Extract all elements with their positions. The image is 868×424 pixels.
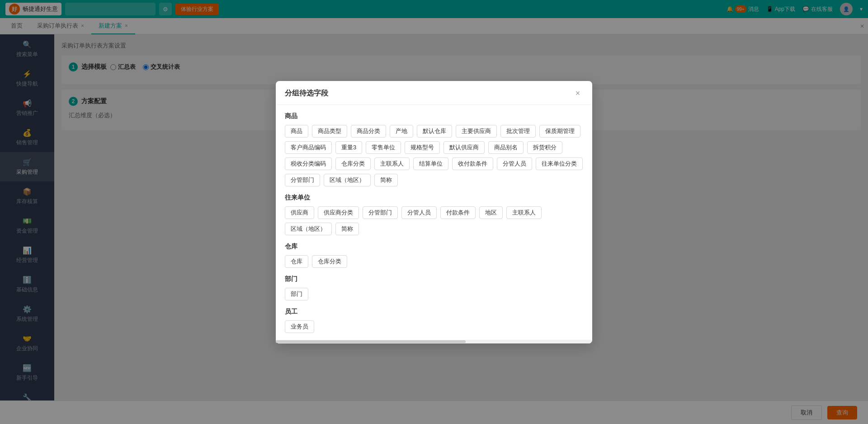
field-tag[interactable]: 付款条件 [440, 206, 476, 219]
field-tag[interactable]: 主联系人 [506, 206, 542, 219]
field-tag[interactable]: 仓库 [285, 255, 308, 268]
modal-close-button[interactable]: × [572, 88, 583, 99]
field-tag[interactable]: 地区 [479, 206, 503, 219]
field-tag[interactable]: 商品别名 [488, 141, 524, 154]
field-tag[interactable]: 简称 [374, 174, 398, 186]
field-tag[interactable]: 重量3 [335, 141, 362, 154]
field-tags-department: 部门 [285, 288, 583, 300]
field-tag[interactable]: 主要供应商 [456, 125, 497, 138]
field-tag[interactable]: 拆货积分 [527, 141, 562, 154]
modal-scroll-track [276, 340, 592, 343]
field-tag[interactable]: 分管部门 [363, 206, 398, 219]
field-tag[interactable]: 批次管理 [500, 125, 536, 138]
field-tag[interactable]: 供应商 [285, 206, 314, 219]
field-tag[interactable]: 区域（地区） [285, 223, 332, 235]
modal-scroll-thumb [276, 340, 466, 343]
field-tag[interactable]: 商品 [285, 125, 308, 138]
field-tags-warehouse: 仓库仓库分类 [285, 255, 583, 268]
section-title-warehouse: 仓库 [285, 243, 583, 251]
field-tags-product: 商品商品类型商品分类产地默认仓库主要供应商批次管理保质期管理客户商品编码重量3零… [285, 125, 583, 186]
field-tag[interactable]: 保质期管理 [539, 125, 580, 138]
field-section-warehouse: 仓库仓库仓库分类 [285, 243, 583, 268]
field-section-department: 部门部门 [285, 275, 583, 300]
field-tag[interactable]: 零售单位 [366, 141, 401, 154]
field-tag[interactable]: 分管人员 [401, 206, 437, 219]
field-section-employee: 员工业务员 [285, 308, 583, 333]
field-tag[interactable]: 结算单位 [413, 157, 448, 170]
field-tag[interactable]: 商品类型 [312, 125, 347, 138]
field-section-partner: 往来单位供应商供应商分类分管部门分管人员付款条件地区主联系人区域（地区）简称 [285, 194, 583, 235]
field-section-product: 商品商品商品类型商品分类产地默认仓库主要供应商批次管理保质期管理客户商品编码重量… [285, 112, 583, 186]
field-tag[interactable]: 供应商分类 [318, 206, 359, 219]
field-tag[interactable]: 往来单位分类 [536, 157, 583, 170]
field-tag[interactable]: 仓库分类 [335, 157, 371, 170]
field-tag[interactable]: 规格型号 [405, 141, 440, 154]
section-title-product: 商品 [285, 112, 583, 120]
field-tag[interactable]: 产地 [390, 125, 413, 138]
field-tag[interactable]: 商品分类 [351, 125, 386, 138]
field-tags-employee: 业务员 [285, 320, 583, 333]
section-title-department: 部门 [285, 275, 583, 283]
field-tag[interactable]: 业务员 [285, 320, 314, 333]
field-tag[interactable]: 客户商品编码 [285, 141, 332, 154]
section-title-partner: 往来单位 [285, 194, 583, 202]
field-tag[interactable]: 分管人员 [497, 157, 532, 170]
field-tag[interactable]: 区域（地区） [324, 174, 371, 186]
modal-header: 分组待选字段 × [276, 81, 592, 105]
field-tag[interactable]: 部门 [285, 288, 308, 300]
section-title-employee: 员工 [285, 308, 583, 316]
modal-dialog: 分组待选字段 × 商品商品商品类型商品分类产地默认仓库主要供应商批次管理保质期管… [276, 81, 592, 343]
modal-body: 商品商品商品类型商品分类产地默认仓库主要供应商批次管理保质期管理客户商品编码重量… [276, 105, 592, 340]
field-tags-partner: 供应商供应商分类分管部门分管人员付款条件地区主联系人区域（地区）简称 [285, 206, 583, 235]
field-tag[interactable]: 收付款条件 [452, 157, 493, 170]
field-tag[interactable]: 分管部门 [285, 174, 320, 186]
field-tag[interactable]: 默认供应商 [443, 141, 485, 154]
field-tag[interactable]: 主联系人 [374, 157, 410, 170]
field-tag[interactable]: 简称 [335, 223, 359, 235]
field-tag[interactable]: 默认仓库 [417, 125, 452, 138]
field-tag[interactable]: 税收分类编码 [285, 157, 332, 170]
modal-title: 分组待选字段 [285, 89, 328, 98]
modal-overlay: 分组待选字段 × 商品商品商品类型商品分类产地默认仓库主要供应商批次管理保质期管… [0, 0, 868, 424]
field-tag[interactable]: 仓库分类 [312, 255, 347, 268]
